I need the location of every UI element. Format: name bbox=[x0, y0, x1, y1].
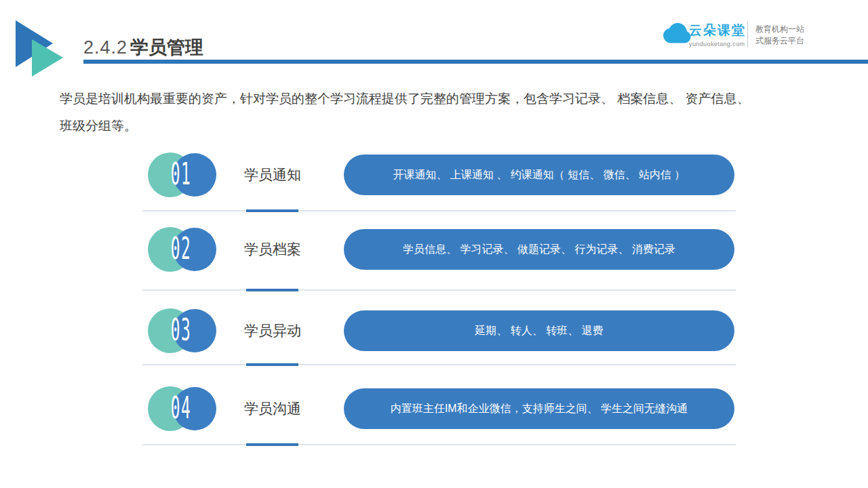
row-detail-pill: 内置班主任IM和企业微信，支持师生之间、 学生之间无缝沟通 bbox=[344, 388, 734, 429]
brand-name: 云朵课堂 bbox=[689, 22, 742, 39]
row-label: 学员档案 bbox=[244, 227, 301, 272]
row-label: 学员通知 bbox=[244, 152, 301, 197]
row-number-badge: 04 bbox=[148, 386, 217, 431]
row-number: 01 bbox=[170, 152, 193, 197]
page-title: 2.4.2学员管理 bbox=[83, 35, 203, 60]
brand-tagline-line2: 式服务云平台 bbox=[755, 35, 804, 47]
row-divider bbox=[142, 364, 736, 365]
row-number-badge: 01 bbox=[148, 152, 217, 197]
title-underline bbox=[83, 60, 868, 64]
row-label: 学员沟通 bbox=[244, 386, 301, 431]
intro-paragraph: 学员是培训机构最重要的资产，针对学员的整个学习流程提供了完整的管理方案，包含学习… bbox=[60, 85, 826, 140]
page-title-text: 学员管理 bbox=[130, 37, 203, 58]
feature-row-archive: 02 学员档案 学员信息、 学习记录、 做题记录、 行为记录、 消费记录 bbox=[0, 227, 868, 272]
divider-accent bbox=[246, 289, 298, 291]
section-number: 2.4.2 bbox=[83, 37, 127, 58]
row-detail-pill: 学员信息、 学习记录、 做题记录、 行为记录、 消费记录 bbox=[344, 229, 734, 270]
brand-tagline: 教育机构一站 式服务云平台 bbox=[755, 24, 804, 47]
row-label: 学员异动 bbox=[244, 308, 301, 353]
slide: 2.4.2学员管理 云朵课堂 yunduoketang.com 教育机构一站 式… bbox=[0, 0, 868, 488]
intro-line1: 学员是培训机构最重要的资产，针对学员的整个学习流程提供了完整的管理方案，包含学习… bbox=[60, 85, 826, 113]
divider-accent bbox=[246, 209, 298, 212]
corner-triangles-icon bbox=[0, 0, 81, 88]
row-divider bbox=[142, 289, 736, 291]
brand-tagline-line1: 教育机构一站 bbox=[755, 24, 804, 35]
row-number-badge: 03 bbox=[148, 308, 217, 353]
brand-block: 云朵课堂 yunduoketang.com 教育机构一站 式服务云平台 bbox=[732, 18, 868, 56]
divider-accent bbox=[246, 363, 298, 366]
intro-line2: 班级分组等。 bbox=[60, 113, 826, 140]
brand-divider bbox=[747, 22, 748, 47]
brand-text: 云朵课堂 yunduoketang.com bbox=[689, 22, 742, 47]
row-divider bbox=[142, 444, 736, 445]
divider-accent bbox=[246, 443, 298, 446]
row-detail-pill: 开课通知、 上课通知 、 约课通知（ 短信、 微信、 站内信 ） bbox=[344, 155, 734, 195]
feature-row-communicate: 04 学员沟通 内置班主任IM和企业微信，支持师生之间、 学生之间无缝沟通 bbox=[0, 386, 868, 431]
row-number: 02 bbox=[170, 227, 193, 272]
row-number: 04 bbox=[170, 386, 193, 431]
feature-row-notify: 01 学员通知 开课通知、 上课通知 、 约课通知（ 短信、 微信、 站内信 ） bbox=[0, 152, 868, 197]
row-number: 03 bbox=[170, 308, 193, 353]
row-divider bbox=[142, 210, 736, 211]
row-detail-pill: 延期、 转人、 转班、 退费 bbox=[344, 310, 734, 351]
row-number-badge: 02 bbox=[148, 227, 217, 272]
feature-row-change: 03 学员异动 延期、 转人、 转班、 退费 bbox=[0, 308, 868, 353]
brand-domain: yunduoketang.com bbox=[689, 41, 742, 47]
